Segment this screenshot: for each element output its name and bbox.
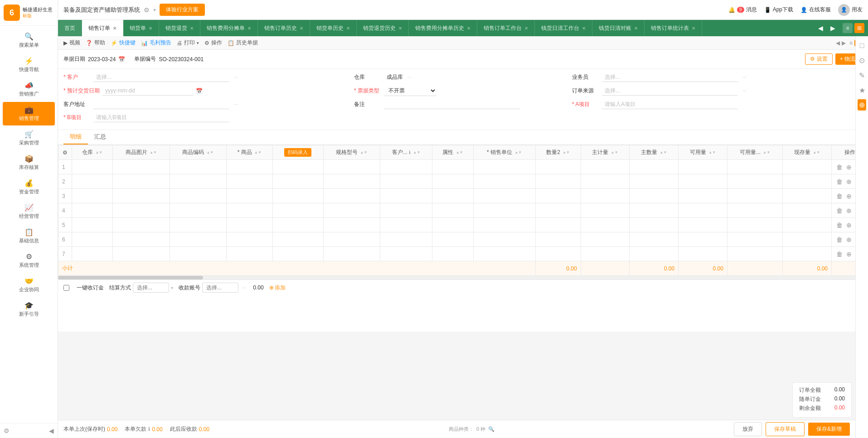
tab-next-arrow[interactable]: ▶: [827, 24, 839, 32]
tab-expense-split[interactable]: 销售费用分摊单 ✕: [200, 20, 258, 36]
order-source-input[interactable]: [602, 86, 738, 96]
account-input[interactable]: [202, 283, 238, 293]
sidebar-item-inventory[interactable]: 📦 库存核算: [3, 151, 55, 174]
warehouse-cell[interactable]: [72, 160, 113, 174]
toolbar-nav-next[interactable]: ▶: [842, 40, 846, 46]
tab-close-icon[interactable]: ✕: [524, 26, 528, 31]
a-project-input[interactable]: [602, 100, 738, 109]
delete-row-button[interactable]: 🗑: [835, 206, 844, 215]
unit-cell[interactable]: [473, 160, 535, 174]
salesperson-input[interactable]: [602, 72, 738, 82]
order-source-more-icon[interactable]: ···: [741, 88, 748, 93]
toolbar-nav-prev[interactable]: ◀: [836, 40, 840, 46]
delete-row-button[interactable]: 🗑: [835, 250, 844, 259]
tab-list-view-btn[interactable]: ≡: [843, 23, 853, 33]
sidebar-item-enterprise[interactable]: 🤝 企业协同: [3, 273, 55, 297]
delete-row-button[interactable]: 🗑: [835, 177, 844, 186]
product-cell[interactable]: [226, 160, 272, 174]
delivery-date-input[interactable]: [102, 86, 193, 96]
customer-code-cell[interactable]: [380, 160, 432, 174]
discard-button[interactable]: 放弃: [734, 422, 762, 436]
tab-close-icon[interactable]: ✕: [113, 26, 116, 31]
system-settings-icon[interactable]: ⚙: [144, 6, 150, 14]
payment-method-dropdown-icon[interactable]: ▾: [171, 285, 173, 290]
address-more-icon[interactable]: ···: [232, 102, 239, 107]
main-qty-cell[interactable]: [630, 160, 679, 174]
sidebar-item-system[interactable]: ⚙ 系统管理: [3, 249, 55, 272]
tab-close-icon[interactable]: ✕: [346, 26, 350, 31]
spec-cell[interactable]: [323, 160, 380, 174]
scan-input-button[interactable]: 扫码录入: [284, 148, 311, 157]
sidebar-item-operations[interactable]: 📈 经营管理: [3, 200, 55, 223]
tab-order-stats[interactable]: 销售订单统计表 ✕: [645, 20, 702, 36]
tab-close-icon[interactable]: ✕: [398, 26, 402, 31]
industry-solution-button[interactable]: 体验行业方案: [160, 4, 205, 16]
sidebar-item-sales[interactable]: 💼 销售管理: [3, 102, 55, 125]
copy-row-button[interactable]: ⊕: [845, 250, 853, 259]
tab-sales-invoice[interactable]: 销货单 ✕: [123, 20, 159, 36]
toolbar-print[interactable]: 🖨 打印 ▾: [177, 39, 199, 47]
right-panel-icon-2[interactable]: ⊙: [857, 54, 867, 67]
tab-home[interactable]: 首页: [58, 20, 82, 36]
remark-input[interactable]: [384, 100, 520, 109]
add-payment-button[interactable]: ⊕ 添加: [269, 284, 286, 292]
copy-row-button[interactable]: ⊕: [845, 206, 853, 215]
tab-close-icon[interactable]: ✕: [634, 26, 638, 31]
delete-row-button[interactable]: 🗑: [835, 163, 844, 172]
tab-invoice-history[interactable]: 销货单历史 ✕: [310, 20, 357, 36]
app-download-item[interactable]: 📱 App下载: [764, 6, 793, 14]
warehouse-more-icon[interactable]: ···: [406, 75, 413, 80]
toolbar-video[interactable]: ▶ 视频: [63, 39, 80, 47]
tab-close-icon[interactable]: ✕: [149, 26, 152, 31]
invoice-type-select[interactable]: 不开票 增值税专用发票 增值税普通发票: [384, 86, 436, 96]
copy-row-button[interactable]: ⊕: [845, 192, 853, 201]
tab-expense-history[interactable]: 销售费用分摊单历史 ✕: [409, 20, 477, 36]
toolbar-operations[interactable]: ⚙ 操作: [204, 39, 222, 47]
tab-sales-return[interactable]: 销货退货 ✕: [159, 20, 200, 36]
toolbar-shortcuts[interactable]: ⚡ 快捷键: [111, 39, 136, 47]
tab-expand-btn[interactable]: ⊞: [854, 23, 864, 33]
sidebar-item-guide[interactable]: 🎓 新手引导: [3, 298, 55, 321]
account-more-icon[interactable]: ···: [240, 285, 247, 290]
copy-row-button[interactable]: ⊕: [845, 163, 853, 172]
customer-more-icon[interactable]: ···: [232, 75, 239, 80]
scrollbar-thumb[interactable]: [58, 276, 203, 279]
notification-item[interactable]: 🔔 9 消息: [728, 6, 757, 14]
save-new-button[interactable]: 保存&新增: [808, 423, 850, 436]
tab-prev-arrow[interactable]: ◀: [815, 24, 827, 32]
sidebar-item-search[interactable]: 🔍 搜索菜单: [3, 29, 55, 52]
user-item[interactable]: 👤 用友: [838, 4, 863, 16]
delete-row-button[interactable]: 🗑: [835, 192, 844, 201]
save-draft-button[interactable]: 保存草稿: [766, 422, 805, 436]
customer-input[interactable]: [93, 72, 229, 82]
tab-summary[interactable]: 汇总: [88, 130, 112, 144]
customer-address-input[interactable]: [93, 100, 229, 109]
right-panel-icon-4[interactable]: ★: [857, 84, 867, 96]
sidebar-item-quick-nav[interactable]: ⚡ 快捷导航: [3, 53, 55, 77]
copy-row-button[interactable]: ⊕: [845, 221, 853, 230]
tab-close-icon[interactable]: ✕: [467, 26, 470, 31]
delete-row-button[interactable]: 🗑: [835, 221, 844, 230]
sidebar-item-base[interactable]: 📋 基础信息: [3, 224, 55, 248]
tab-close-icon[interactable]: ✕: [300, 26, 303, 31]
b-project-input[interactable]: [93, 113, 229, 122]
delete-row-button[interactable]: 🗑: [835, 235, 844, 244]
tab-cashflow-workbench[interactable]: 钱货日清工作台 ✕: [535, 20, 592, 36]
toolbar-help[interactable]: ❓ 帮助: [86, 39, 105, 47]
tab-close-icon[interactable]: ✕: [190, 26, 194, 31]
attribute-cell[interactable]: [432, 160, 473, 174]
collapse-sidebar-icon[interactable]: ◀: [49, 427, 54, 434]
tab-close-icon[interactable]: ✕: [247, 26, 251, 31]
settings-button[interactable]: ⚙ 设置: [805, 53, 832, 65]
copy-row-button[interactable]: ⊕: [845, 177, 853, 186]
toolbar-list-view[interactable]: ≡: [849, 40, 853, 46]
code-cell[interactable]: [170, 160, 226, 174]
calendar-icon[interactable]: 📅: [118, 56, 125, 63]
tab-order-workbench[interactable]: 销售订单工作台 ✕: [477, 20, 535, 36]
sidebar-item-finance[interactable]: 💰 资金管理: [3, 175, 55, 199]
tab-sales-order[interactable]: 销售订单 ✕: [82, 20, 123, 36]
right-panel-icon-5[interactable]: ⊕: [858, 99, 866, 111]
toolbar-history[interactable]: 📋 历史单据: [228, 39, 258, 47]
tab-cashflow-reconcile[interactable]: 钱货日清对账 ✕: [592, 20, 645, 36]
qty2-cell[interactable]: [535, 160, 581, 174]
